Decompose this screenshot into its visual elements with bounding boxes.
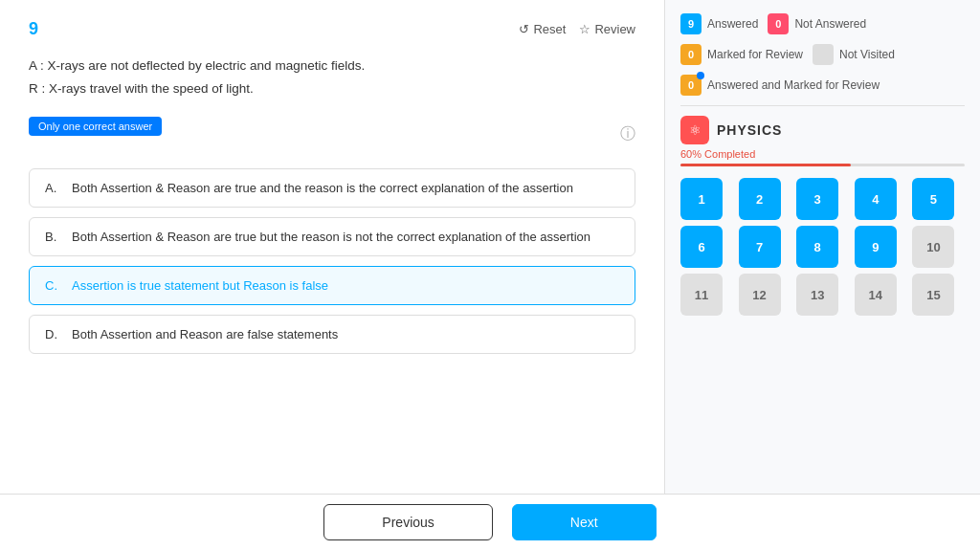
reason-line: R : X-rays travel with the speed of ligh… [29,77,635,100]
info-icon[interactable]: ⓘ [620,124,635,144]
option-a-label: A. [45,181,60,195]
option-c[interactable]: C. Assertion is true statement but Reaso… [29,266,635,305]
answered-marked-label: Answered and Marked for Review [707,78,880,92]
sidebar: 9 Answered 0 Not Answered 0 Marked for R… [664,0,980,494]
question-grid: 1 2 3 4 5 6 7 8 9 10 11 12 13 14 15 [680,178,965,316]
option-d-label: D. [45,327,60,341]
option-c-label: C. [45,278,60,293]
option-b-label: B. [45,230,60,244]
grid-btn-8[interactable]: 8 [796,226,838,268]
review-button[interactable]: ☆ Review [579,22,635,36]
subject-title: PHYSICS [717,122,782,138]
question-number: 9 [29,19,38,39]
bottom-nav: Previous Next [0,494,980,550]
previous-button[interactable]: Previous [323,504,492,540]
grid-btn-12[interactable]: 12 [739,274,781,316]
option-b-text: Both Assertion & Reason are true but the… [72,230,590,244]
subject-icon: ⚛ [680,116,709,144]
legend-row-1: 9 Answered 0 Not Answered [680,13,965,34]
legend-answered: 9 Answered [680,13,758,34]
answered-label: Answered [707,17,758,31]
grid-btn-6[interactable]: 6 [680,226,723,268]
question-header: 9 ↺ Reset ☆ Review [29,19,635,39]
option-c-text: Assertion is true statement but Reason i… [72,278,328,293]
grid-btn-11[interactable]: 11 [680,274,723,316]
grid-btn-5[interactable]: 5 [912,178,954,220]
progress-bar-background [680,164,965,166]
grid-btn-13[interactable]: 13 [796,274,838,316]
question-panel: 9 ↺ Reset ☆ Review A : X-rays are not de… [0,0,664,494]
answered-badge: 9 [680,13,702,34]
next-button[interactable]: Next [512,504,657,540]
answered-marked-badge: 0 [680,75,702,96]
grid-btn-7[interactable]: 7 [739,226,781,268]
reset-icon: ↺ [519,22,529,36]
option-b[interactable]: B. Both Assertion & Reason are true but … [29,217,635,256]
option-a-text: Both Assertion & Reason are true and the… [72,181,573,195]
not-visited-badge [813,44,834,65]
answer-type-badge: Only one correct answer [29,117,162,136]
marked-label: Marked for Review [707,48,803,61]
progress-bar-fill [680,164,851,166]
not-answered-label: Not Answered [794,17,866,31]
legend-not-answered: 0 Not Answered [768,13,866,34]
grid-btn-1[interactable]: 1 [680,178,723,220]
reset-button[interactable]: ↺ Reset [519,22,566,36]
grid-btn-4[interactable]: 4 [855,178,897,220]
divider [680,105,965,106]
legend-row-3: 0 Answered and Marked for Review [680,75,965,96]
question-actions: ↺ Reset ☆ Review [519,22,635,36]
grid-btn-10[interactable]: 10 [912,226,954,268]
grid-btn-14[interactable]: 14 [855,274,897,316]
option-d[interactable]: D. Both Assertion and Reason are false s… [29,315,635,354]
progress-label: 60% Completed [680,148,965,160]
legend-not-visited: Not Visited [813,44,895,65]
grid-btn-15[interactable]: 15 [912,274,954,316]
grid-btn-2[interactable]: 2 [739,178,781,220]
question-text: A : X-rays are not deflected by electric… [29,55,635,101]
assertion-line: A : X-rays are not deflected by electric… [29,55,635,77]
grid-btn-9[interactable]: 9 [855,226,897,268]
legend-answered-marked: 0 Answered and Marked for Review [680,75,880,96]
not-visited-label: Not Visited [839,48,895,61]
grid-btn-3[interactable]: 3 [796,178,838,220]
marked-badge: 0 [680,44,702,65]
not-answered-badge: 0 [768,13,789,34]
star-icon: ☆ [579,22,590,36]
option-d-text: Both Assertion and Reason are false stat… [72,327,338,341]
legend-row-2: 0 Marked for Review Not Visited [680,44,965,65]
options-list: A. Both Assertion & Reason are true and … [29,168,635,354]
subject-header: ⚛ PHYSICS [680,116,965,144]
legend-marked: 0 Marked for Review [680,44,803,65]
option-a[interactable]: A. Both Assertion & Reason are true and … [29,168,635,208]
